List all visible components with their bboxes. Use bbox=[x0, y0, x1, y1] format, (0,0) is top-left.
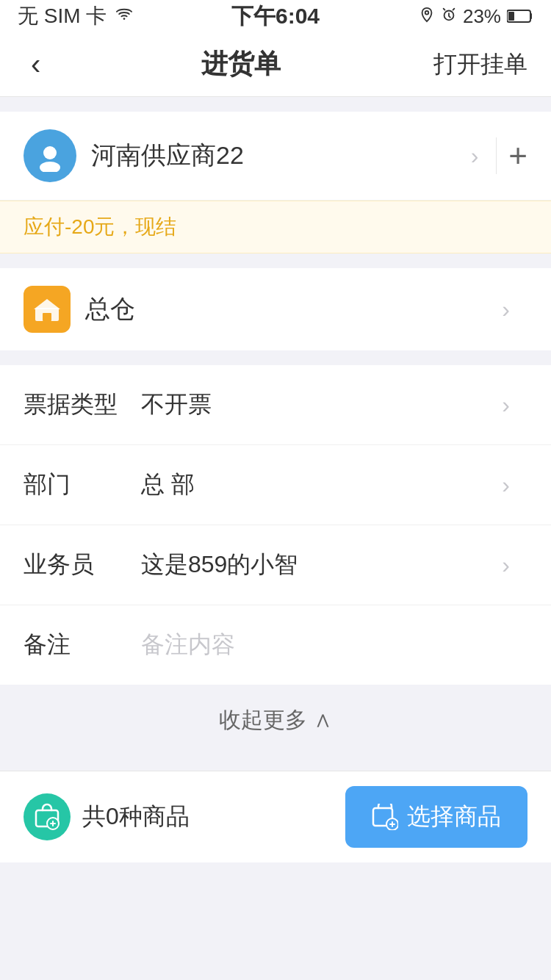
svg-point-6 bbox=[40, 162, 60, 172]
product-icon-wrap bbox=[24, 793, 71, 840]
nav-bar: ‹ 进货单 打开挂单 bbox=[0, 32, 551, 97]
location-icon bbox=[419, 5, 435, 28]
info-banner: 应付-20元，现结 bbox=[0, 201, 551, 253]
status-right: 23% bbox=[419, 5, 533, 28]
salesman-row[interactable]: 业务员 这是859的小智 › bbox=[0, 525, 551, 605]
svg-rect-4 bbox=[508, 12, 514, 21]
wifi-icon bbox=[114, 4, 134, 28]
form-section: 票据类型 不开票 › 部门 总 部 › 业务员 这是859的小智 › 备注 备注… bbox=[0, 365, 551, 685]
product-summary: 共0种商品 bbox=[24, 793, 345, 840]
salesman-value: 这是859的小智 bbox=[126, 549, 502, 581]
svg-point-0 bbox=[123, 18, 126, 20]
salesman-chevron-icon: › bbox=[502, 552, 510, 579]
status-left: 无 SIM 卡 bbox=[18, 2, 134, 30]
battery-label: 23% bbox=[463, 5, 501, 28]
department-value: 总 部 bbox=[126, 469, 502, 501]
invoice-type-row[interactable]: 票据类型 不开票 › bbox=[0, 365, 551, 445]
invoice-type-value: 不开票 bbox=[126, 389, 502, 421]
bottom-bar: 共0种商品 选择商品 bbox=[0, 771, 551, 862]
avatar bbox=[24, 129, 76, 182]
remaining-background bbox=[0, 862, 551, 980]
section-gap-3 bbox=[0, 350, 551, 365]
supplier-chevron-icon: › bbox=[471, 143, 479, 170]
warehouse-row[interactable]: 总仓 › bbox=[0, 268, 551, 350]
alarm-icon bbox=[441, 5, 457, 28]
department-chevron-icon: › bbox=[502, 472, 510, 499]
section-gap-2 bbox=[0, 253, 551, 268]
back-button[interactable]: ‹ bbox=[24, 40, 48, 88]
svg-point-5 bbox=[43, 146, 57, 159]
svg-rect-9 bbox=[43, 313, 51, 321]
department-label: 部门 bbox=[24, 469, 126, 501]
supplier-card: 河南供应商22 › + 应付-20元，现结 bbox=[0, 112, 551, 253]
battery-icon bbox=[507, 5, 533, 28]
page-title: 进货单 bbox=[201, 46, 281, 82]
department-row[interactable]: 部门 总 部 › bbox=[0, 445, 551, 525]
invoice-type-label: 票据类型 bbox=[24, 389, 126, 421]
status-bar: 无 SIM 卡 下午6:04 23% bbox=[0, 0, 551, 32]
section-gap-4 bbox=[0, 756, 551, 771]
select-product-label: 选择商品 bbox=[407, 801, 501, 833]
product-count: 共0种商品 bbox=[82, 801, 190, 833]
invoice-type-chevron-icon: › bbox=[502, 392, 510, 419]
remark-row[interactable]: 备注 备注内容 bbox=[0, 605, 551, 685]
warehouse-name: 总仓 bbox=[85, 292, 502, 326]
supplier-row[interactable]: 河南供应商22 › + bbox=[0, 112, 551, 201]
remark-input[interactable]: 备注内容 bbox=[126, 629, 527, 661]
section-gap-1 bbox=[0, 97, 551, 112]
select-product-button[interactable]: 选择商品 bbox=[345, 786, 527, 848]
collapse-label: 收起更多 ∧ bbox=[219, 705, 331, 735]
warehouse-icon bbox=[24, 286, 71, 333]
carrier-label: 无 SIM 卡 bbox=[18, 2, 107, 30]
collapse-row[interactable]: 收起更多 ∧ bbox=[0, 685, 551, 756]
open-pending-button[interactable]: 打开挂单 bbox=[433, 48, 527, 81]
svg-point-1 bbox=[425, 10, 429, 14]
add-supplier-button[interactable]: + bbox=[496, 137, 527, 174]
remark-label: 备注 bbox=[24, 629, 126, 661]
svg-marker-8 bbox=[34, 299, 60, 309]
supplier-name: 河南供应商22 bbox=[91, 139, 471, 173]
warehouse-card[interactable]: 总仓 › bbox=[0, 268, 551, 350]
warehouse-chevron-icon: › bbox=[502, 296, 510, 323]
status-time: 下午6:04 bbox=[231, 1, 320, 32]
salesman-label: 业务员 bbox=[24, 549, 126, 581]
